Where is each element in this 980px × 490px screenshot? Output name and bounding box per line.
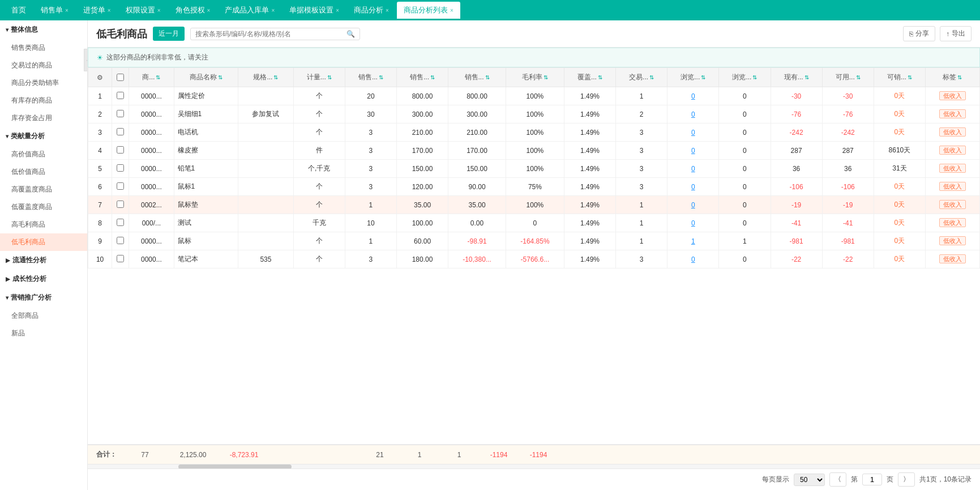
row-view2: 0 bbox=[719, 196, 771, 214]
col-code[interactable]: 商...⇅ bbox=[129, 68, 174, 87]
export-button[interactable]: ↑ 导出 bbox=[940, 26, 972, 41]
nav-permissions[interactable]: 权限设置 × bbox=[119, 2, 168, 19]
share-button[interactable]: ⎘ 分享 bbox=[903, 26, 935, 41]
sidebar-item-high-value[interactable]: 高价值商品 bbox=[0, 146, 87, 163]
row-code: 000/... bbox=[129, 214, 174, 232]
row-available: -981 bbox=[822, 232, 874, 250]
nav-roles-close[interactable]: × bbox=[207, 7, 211, 14]
row-sales-count: 20 bbox=[345, 87, 396, 105]
nav-product-analysis-close[interactable]: × bbox=[386, 7, 389, 14]
row-view1[interactable]: 0 bbox=[667, 196, 719, 214]
col-saleable[interactable]: 可销...⇅ bbox=[874, 68, 925, 87]
date-filter-button[interactable]: 近一月 bbox=[153, 27, 185, 41]
row-view1[interactable]: 0 bbox=[667, 123, 719, 142]
nav-permissions-close[interactable]: × bbox=[157, 7, 161, 14]
row-checkbox-5[interactable] bbox=[117, 182, 124, 190]
row-checkbox-9[interactable] bbox=[117, 255, 124, 262]
col-unit[interactable]: 计量...⇅ bbox=[293, 68, 345, 87]
sidebar-item-category-rate[interactable]: 商品分类助销率 bbox=[0, 74, 87, 92]
row-view1[interactable]: 0 bbox=[667, 178, 719, 196]
col-tag[interactable]: 标签⇅ bbox=[925, 68, 979, 87]
row-checkbox-2[interactable] bbox=[117, 128, 124, 135]
sidebar-group-growth[interactable]: ▶ 成长性分析 bbox=[0, 270, 87, 288]
row-view1[interactable]: 0 bbox=[667, 160, 719, 178]
sidebar-item-low-value[interactable]: 低价值商品 bbox=[0, 163, 87, 181]
sidebar-item-all-goods[interactable]: 全部商品 bbox=[0, 307, 87, 325]
next-page-button[interactable]: 〉 bbox=[898, 472, 915, 487]
search-icon[interactable]: 🔍 bbox=[346, 30, 355, 38]
select-all-checkbox[interactable] bbox=[117, 74, 124, 81]
row-sales-price: 120.00 bbox=[396, 178, 448, 196]
sidebar-item-in-stock[interactable]: 有库存的商品 bbox=[0, 92, 87, 109]
row-checkbox-4[interactable] bbox=[117, 164, 124, 172]
row-view2: 1 bbox=[719, 232, 771, 250]
sidebar-item-low-coverage[interactable]: 低覆盖度商品 bbox=[0, 198, 87, 216]
page-size-select[interactable]: 50 100 200 bbox=[794, 474, 825, 486]
col-sales-price[interactable]: 销售...⇅ bbox=[396, 68, 448, 87]
row-view1[interactable]: 0 bbox=[667, 250, 719, 269]
sidebar-item-low-margin[interactable]: 低毛利商品 bbox=[0, 233, 87, 251]
col-sales-profit[interactable]: 销售...⇅ bbox=[448, 68, 506, 87]
row-checkbox-1[interactable] bbox=[117, 110, 124, 117]
row-view1[interactable]: 0 bbox=[667, 142, 719, 160]
row-margin: 100% bbox=[506, 105, 564, 123]
col-view2[interactable]: 浏览...⇅ bbox=[719, 68, 771, 87]
row-view1[interactable]: 0 bbox=[667, 105, 719, 123]
sidebar-item-new-goods[interactable]: 新品 bbox=[0, 325, 87, 342]
nav-purchase[interactable]: 进货单 × bbox=[76, 2, 118, 19]
sidebar-item-high-margin[interactable]: 高毛利商品 bbox=[0, 216, 87, 233]
sidebar-collapse-button[interactable]: « bbox=[84, 49, 88, 71]
nav-products-in[interactable]: 产成品入库单 × bbox=[218, 2, 281, 19]
nav-products-in-close[interactable]: × bbox=[271, 7, 275, 14]
row-checkbox-3[interactable] bbox=[117, 146, 124, 154]
nav-template-close[interactable]: × bbox=[336, 7, 339, 14]
col-sales-count[interactable]: 销售...⇅ bbox=[345, 68, 396, 87]
nav-product-analysis-list-close[interactable]: × bbox=[450, 7, 453, 14]
prev-page-button[interactable]: 〈 bbox=[829, 472, 846, 487]
row-available: -242 bbox=[822, 123, 874, 142]
sidebar-group-marketing[interactable]: ▾ 营销推广分析 bbox=[0, 288, 87, 307]
page-input[interactable] bbox=[862, 474, 882, 485]
nav-roles-label: 角色授权 bbox=[176, 5, 205, 15]
row-sales-price: 100.00 bbox=[396, 214, 448, 232]
nav-purchase-close[interactable]: × bbox=[108, 7, 111, 14]
row-sales-count: 1 bbox=[345, 232, 396, 250]
col-available[interactable]: 可用...⇅ bbox=[822, 68, 874, 87]
col-checkbox bbox=[112, 68, 129, 87]
col-view1[interactable]: 浏览...⇅ bbox=[667, 68, 719, 87]
row-view1[interactable]: 1 bbox=[667, 232, 719, 250]
row-view1[interactable]: 0 bbox=[667, 214, 719, 232]
nav-sales[interactable]: 销售单 × bbox=[34, 2, 75, 19]
col-settings[interactable]: ⚙ bbox=[88, 68, 112, 87]
nav-product-analysis-list[interactable]: 商品分析列表 × bbox=[397, 2, 460, 19]
col-name[interactable]: 商品名称⇅ bbox=[174, 68, 238, 87]
sidebar-group-contribution[interactable]: ▾ 类献量分析 bbox=[0, 127, 87, 146]
row-checkbox-6[interactable] bbox=[117, 201, 124, 208]
sidebar-group-overall[interactable]: ▾ 整体信息 bbox=[0, 20, 87, 39]
nav-roles[interactable]: 角色授权 × bbox=[169, 2, 217, 19]
export-icon: ↑ bbox=[946, 30, 949, 38]
sidebar-item-stock-capital[interactable]: 库存资金占用 bbox=[0, 109, 87, 127]
row-checkbox-7[interactable] bbox=[117, 219, 124, 226]
row-checkbox-0[interactable] bbox=[117, 92, 124, 99]
row-view1[interactable]: 0 bbox=[667, 87, 719, 105]
nav-home[interactable]: 首页 bbox=[5, 2, 33, 19]
sidebar-item-sales-goods[interactable]: 销售类商品 bbox=[0, 39, 87, 57]
row-checkbox-8[interactable] bbox=[117, 237, 124, 244]
nav-sales-close[interactable]: × bbox=[65, 7, 69, 14]
col-margin[interactable]: 毛利率⇅ bbox=[506, 68, 564, 87]
col-current[interactable]: 现有...⇅ bbox=[771, 68, 822, 87]
sidebar-group-liquidity[interactable]: ▶ 流通性分析 bbox=[0, 251, 87, 270]
sidebar-item-high-coverage[interactable]: 高覆盖度商品 bbox=[0, 181, 87, 198]
nav-permissions-label: 权限设置 bbox=[126, 5, 155, 15]
col-coverage[interactable]: 覆盖...⇅ bbox=[564, 68, 615, 87]
sidebar-item-traded-goods[interactable]: 交易过的商品 bbox=[0, 57, 87, 74]
row-sales-profit: 90.00 bbox=[448, 178, 506, 196]
nav-template[interactable]: 单据模板设置 × bbox=[283, 2, 346, 19]
search-input[interactable] bbox=[195, 30, 344, 38]
col-trade[interactable]: 交易...⇅ bbox=[616, 68, 667, 87]
row-spec bbox=[238, 178, 294, 196]
nav-product-analysis[interactable]: 商品分析 × bbox=[347, 2, 396, 19]
horizontal-scrollbar[interactable] bbox=[88, 464, 980, 468]
col-spec[interactable]: 规格...⇅ bbox=[238, 68, 294, 87]
